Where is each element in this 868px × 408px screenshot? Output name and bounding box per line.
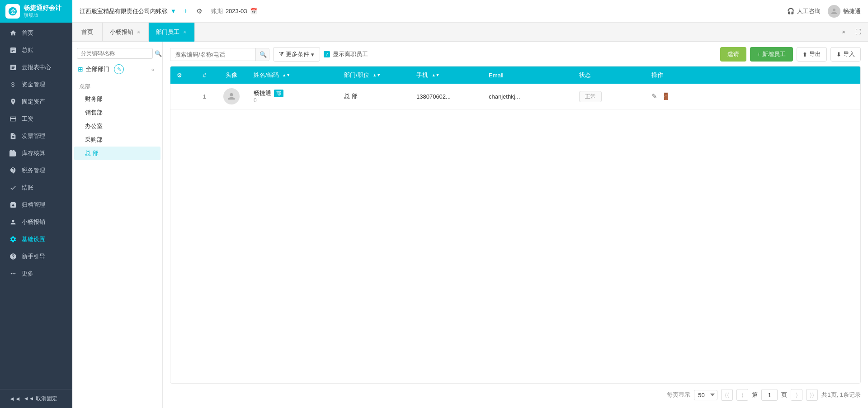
page-size-select[interactable]: 50 10 20 100 [694,390,717,400]
sidebar-item-payroll[interactable]: 工资 [0,110,72,128]
sort-name-icon: ▲▼ [282,73,290,77]
col-email: Email [482,66,573,84]
dept-node-office[interactable]: 办公室 [74,119,160,133]
show-resigned-checkbox[interactable]: ✓ 显示离职员工 [324,50,368,58]
page-unit: 页 [781,391,787,399]
sort-dept-icon: ▲▼ [373,73,381,77]
user-menu[interactable]: 畅捷通 [828,5,861,18]
page-word: 第 [752,391,758,399]
company-selector[interactable]: 江西服宝精品有限责任公司内账张 ▼ [80,7,176,15]
filter-chevron-icon: ▾ [311,51,314,58]
dept-node-general[interactable]: 总 部 [74,147,160,160]
pin-icon: ◄◄ [9,395,21,402]
headset-icon: 🎧 [787,8,794,14]
employee-avatar [223,88,240,104]
dept-node-sales[interactable]: 销售部 [74,106,160,119]
topbar: 江西服宝精品有限责任公司内账张 ▼ ＋ ⚙ 账期 2023-03 📅 🎧 人工咨… [72,0,868,23]
sidebar-item-ledger[interactable]: 总账 [0,42,72,59]
col-index: # [193,66,216,84]
settings-icon [9,235,17,243]
td-email: chanjethkj... [482,84,573,109]
dept-search-button[interactable]: 🔍 [155,50,162,57]
tab-expand-button[interactable]: ⛶ [852,26,864,38]
col-gear[interactable]: ⚙ [170,66,193,84]
sidebar-item-funds[interactable]: 资金管理 [0,76,72,93]
export-button[interactable]: ⬆ 导出 [797,47,827,62]
dept-search-row: 🔍 [72,45,162,62]
tab-close-all-button[interactable]: × [837,26,850,38]
search-input[interactable] [170,48,255,61]
invite-button[interactable]: 邀请 [720,47,746,62]
dept-edit-button[interactable]: ✎ [114,64,124,74]
col-name[interactable]: 姓名/编码 ▲▼ [247,66,338,84]
payroll-icon [9,115,17,123]
sidebar: 会 畅捷通好会计 旗舰版 首页 总账 云报表中心 [0,0,72,408]
add-company-button[interactable]: ＋ [180,6,191,16]
page-first-button[interactable]: ⟨⟨ [721,389,733,401]
td-gear [170,84,193,109]
xiaochang-icon [9,218,17,226]
tax-icon [9,166,17,175]
sidebar-pin-toggle[interactable]: ◄◄ ◄◄ 取消固定 [0,389,72,408]
inventory-icon [9,149,17,157]
dept-collapse-button[interactable]: « [149,65,157,73]
dept-node-purchase[interactable]: 采购部 [74,133,160,147]
dept-search-input[interactable] [77,48,153,59]
app-name: 畅捷通好会计 旗舰版 [24,4,61,19]
period-selector[interactable]: 账期 2023-03 📅 [211,7,257,15]
calendar-icon[interactable]: 📅 [250,8,257,14]
tab-close-dept[interactable]: × [182,28,187,36]
funds-icon [9,81,17,89]
sidebar-item-tax[interactable]: 税务管理 [0,162,72,179]
page-next-button[interactable]: ⟩ [791,389,802,401]
sidebar-item-xiaochang[interactable]: 小畅报销 [0,213,72,231]
td-avatar [216,84,247,109]
company-settings-icon[interactable]: ⚙ [194,7,204,15]
search-button[interactable]: 🔍 [255,48,269,61]
edit-employee-button[interactable]: ✎ [651,92,657,100]
sidebar-item-reports[interactable]: 云报表中心 [0,59,72,76]
sidebar-item-closing[interactable]: 结账 [0,179,72,196]
dept-divider [72,79,162,79]
sidebar-item-newbie[interactable]: 新手引导 [0,248,72,265]
sidebar-item-more[interactable]: 更多 [0,265,72,282]
sidebar-item-assets[interactable]: 固定资产 [0,93,72,110]
sidebar-item-archive[interactable]: 归档管理 [0,196,72,213]
import-button[interactable]: ⬇ 导入 [830,47,861,62]
tab-home[interactable]: 首页 [72,23,103,42]
right-panel: 🔍 ⧩ 更多条件 ▾ ✓ 显示离职员工 邀请 + 新增员工 [163,42,868,408]
column-settings-icon[interactable]: ⚙ [177,72,182,79]
more-icon [9,270,17,278]
dept-all-button[interactable]: ⊞ 全部部门 ✎ « [72,62,162,77]
sidebar-item-invoice[interactable]: 发票管理 [0,128,72,145]
dept-node-finance[interactable]: 财务部 [74,92,160,106]
reports-icon [9,63,17,71]
sidebar-item-inventory[interactable]: 库存核算 [0,145,72,162]
td-status: 正常 [573,84,645,109]
dept-grid-icon: ⊞ [78,66,83,73]
col-dept[interactable]: 部门/职位 ▲▼ [338,66,410,84]
table-row: 1 畅捷通 部 0 [170,84,860,109]
tab-close-xiaochang[interactable]: × [136,28,141,36]
sidebar-item-home[interactable]: 首页 [0,24,72,42]
tab-dept[interactable]: 部门员工 × [149,23,195,42]
page-prev-button[interactable]: ⟨ [736,389,748,401]
col-phone[interactable]: 手机 ▲▼ [410,66,482,84]
pagination: 每页显示 50 10 20 100 ⟨⟨ ⟨ 第 页 ⟩ ⟩⟩ 共1页, 1条记… [170,384,861,403]
service-button[interactable]: 🎧 人工咨询 [787,7,821,15]
sidebar-logo: 会 畅捷通好会计 旗舰版 [0,0,72,23]
filter-button[interactable]: ⧩ 更多条件 ▾ [273,47,320,62]
content-area: 🔍 ⊞ 全部部门 ✎ « 总部 财务部 销售部 办公室 [72,42,868,408]
tab-xiaochang[interactable]: 小畅报销 × [103,23,149,42]
company-name: 江西服宝精品有限责任公司内账张 [80,7,168,15]
add-employee-button[interactable]: + 新增员工 [750,47,793,62]
import-icon: ⬇ [836,51,841,58]
archive-icon [9,201,17,209]
page-input[interactable] [761,389,778,401]
page-last-button[interactable]: ⟩⟩ [806,389,818,401]
td-actions: ✎ 🚪 [645,84,860,109]
sidebar-item-settings[interactable]: 基础设置 [0,231,72,248]
td-dept: 总 部 [338,84,410,109]
delete-employee-button[interactable]: 🚪 [662,92,670,100]
td-phone: 138070602... [410,84,482,109]
